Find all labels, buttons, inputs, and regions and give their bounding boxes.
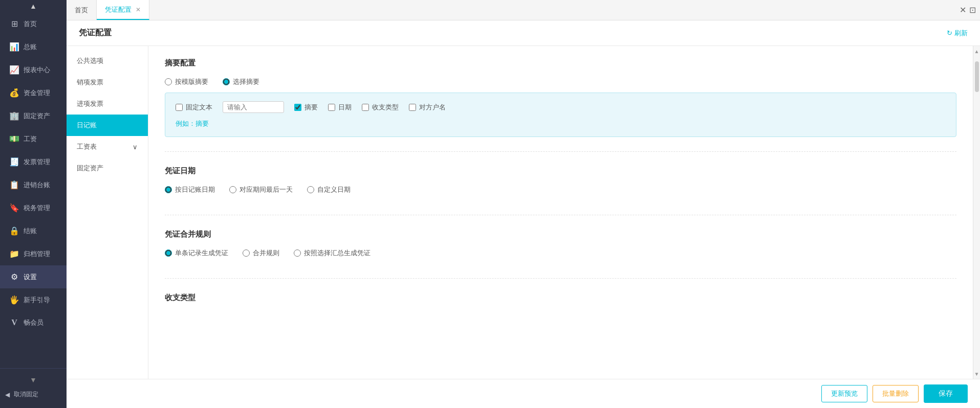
scrollbar-down-arrow[interactable]: ▼ [973, 369, 981, 379]
tab-close-icon[interactable]: ✕ [136, 6, 141, 13]
summary-checkbox-group: 固定文本 摘要 日期 [176, 101, 946, 113]
home-icon: ⊞ [9, 19, 19, 29]
sidebar-scroll-up[interactable]: ▲ [0, 0, 67, 12]
checkbox-date[interactable]: 日期 [328, 103, 352, 112]
chevron-down-icon: ∨ [133, 143, 138, 151]
sidebar-item-close[interactable]: 🔒 结账 [0, 219, 67, 242]
sidebar-unpin[interactable]: ◀ 取消固定 [0, 386, 67, 403]
sidebar-item-payroll[interactable]: 💵 工资 [0, 127, 67, 150]
example-text: 例如：摘要 [176, 119, 946, 128]
sidebar-item-label: 固定资产 [24, 111, 50, 121]
merge-radio-select-merge[interactable]: 按照选择汇总生成凭证 [294, 248, 371, 258]
sidebar-item-home[interactable]: ⊞ 首页 [0, 12, 67, 35]
summary-checkbox[interactable] [294, 104, 301, 111]
tab-close-window-icon[interactable]: ✕ [960, 5, 966, 15]
date-radio-last-day[interactable]: 对应期间最后一天 [229, 185, 293, 194]
sidebar-item-label: 报表中心 [24, 65, 50, 75]
sidebar-item-label: 畅会员 [24, 318, 43, 327]
sidebar-item-funds[interactable]: 💰 资金管理 [0, 81, 67, 104]
sidebar-item-tax[interactable]: 🔖 税务管理 [0, 196, 67, 219]
checkbox-counterpart[interactable]: 对方户名 [409, 103, 446, 112]
tab-restore-icon[interactable]: ⊡ [969, 5, 976, 15]
sidebar-item-label: 资金管理 [24, 88, 50, 98]
member-icon: V [9, 318, 19, 327]
main-area: 首页 凭证配置 ✕ ✕ ⊡ 凭证配置 ↻ 刷新 公共选项 [67, 0, 980, 408]
merge-radio-rules[interactable]: 合并规则 [243, 248, 279, 258]
left-nav-sales-invoice[interactable]: 销项发票 [67, 72, 148, 93]
tab-voucher-label: 凭证配置 [105, 5, 132, 14]
counterpart-label: 对方户名 [419, 103, 446, 112]
bookkeeping-date-radio[interactable] [165, 186, 172, 193]
sidebar-item-label: 新手引导 [24, 296, 50, 305]
checkbox-summary[interactable]: 摘要 [294, 103, 318, 112]
select-merge-radio[interactable] [294, 250, 301, 257]
tab-voucher-config[interactable]: 凭证配置 ✕ [97, 0, 149, 20]
funds-icon: 💰 [9, 88, 19, 98]
custom-date-label: 自定义日期 [317, 185, 351, 194]
date-radio-bookkeeping[interactable]: 按日记账日期 [165, 185, 215, 194]
scrollbar-thumb[interactable] [975, 61, 979, 92]
archive-icon: 📁 [9, 249, 19, 259]
sidebar-item-guide[interactable]: 🖐 新手引导 [0, 288, 67, 311]
left-nav-purchase-invoice[interactable]: 进项发票 [67, 93, 148, 115]
scrollbar-up-arrow[interactable]: ▲ [973, 46, 981, 56]
date-radio-custom[interactable]: 自定义日期 [307, 185, 351, 194]
sidebar-item-settings[interactable]: ⚙ 设置 [0, 265, 67, 288]
checkbox-income-type[interactable]: 收支类型 [362, 103, 399, 112]
left-nav-fixed-assets[interactable]: 固定资产 [67, 157, 148, 179]
sidebar-item-invoice-mgmt[interactable]: 🧾 发票管理 [0, 150, 67, 173]
summary-label: 摘要 [304, 103, 318, 112]
left-nav-public-label: 公共选项 [77, 56, 103, 65]
merge-rules-label: 合并规则 [253, 248, 279, 258]
left-nav-fixed-assets-label: 固定资产 [77, 164, 103, 173]
left-nav-payroll-table[interactable]: 工资表 ∨ [67, 136, 148, 157]
sidebar-item-assets[interactable]: 🏢 固定资产 [0, 104, 67, 127]
income-type-label: 收支类型 [372, 103, 399, 112]
batch-delete-button[interactable]: 批量删除 [873, 385, 919, 402]
last-day-radio[interactable] [229, 186, 236, 193]
summary-radio-template[interactable]: 按模版摘要 [165, 77, 208, 86]
merge-section: 凭证合并规则 单条记录生成凭证 合并规则 按照选择汇总生成凭证 [165, 230, 956, 279]
sidebar-item-archive[interactable]: 📁 归档管理 [0, 242, 67, 265]
settings-icon: ⚙ [9, 272, 19, 282]
body-area: 公共选项 销项发票 进项发票 日记账 工资表 ∨ 固定资产 [67, 46, 980, 379]
checkbox-fixed-text[interactable]: 固定文本 [176, 103, 212, 112]
sidebar-item-sales-ledger[interactable]: 📋 进销台账 [0, 173, 67, 196]
custom-date-radio[interactable] [307, 186, 314, 193]
sidebar-item-member[interactable]: V 畅会员 [0, 311, 67, 334]
fixed-text-label: 固定文本 [186, 103, 212, 112]
ledger-icon: 📊 [9, 42, 19, 52]
counterpart-checkbox[interactable] [409, 104, 416, 111]
left-nav-public[interactable]: 公共选项 [67, 50, 148, 72]
tab-bar: 首页 凭证配置 ✕ ✕ ⊡ [67, 0, 980, 20]
sidebar-item-ledger[interactable]: 📊 总账 [0, 35, 67, 58]
save-button[interactable]: 保存 [924, 384, 968, 403]
merge-radio-single[interactable]: 单条记录生成凭证 [165, 248, 228, 258]
unpin-label: 取消固定 [14, 390, 38, 399]
right-scrollbar: ▲ ▼ [973, 46, 980, 379]
summary-template-radio[interactable] [165, 78, 172, 85]
date-checkbox[interactable] [328, 104, 335, 111]
sidebar-item-reports[interactable]: 📈 报表中心 [0, 58, 67, 81]
content-area: 凭证配置 ↻ 刷新 公共选项 销项发票 进项发票 日记账 [67, 20, 980, 408]
refresh-button[interactable]: ↻ 刷新 [947, 29, 968, 38]
tab-home[interactable]: 首页 [67, 0, 97, 20]
single-record-radio[interactable] [165, 250, 172, 257]
left-nav: 公共选项 销项发票 进项发票 日记账 工资表 ∨ 固定资产 [67, 46, 148, 379]
assets-icon: 🏢 [9, 111, 19, 121]
summary-section: 摘要配置 按模版摘要 选择摘要 [165, 58, 956, 152]
sidebar-scroll-down[interactable]: ▼ [0, 374, 67, 386]
update-preview-button[interactable]: 更新预览 [821, 385, 867, 402]
invoice-mgmt-icon: 🧾 [9, 157, 19, 167]
income-type-section: 收支类型 [165, 293, 956, 326]
sidebar-item-label: 进销台账 [24, 180, 50, 190]
fixed-text-checkbox[interactable] [176, 104, 183, 111]
income-type-checkbox[interactable] [362, 104, 369, 111]
summary-radio-select[interactable]: 选择摘要 [223, 77, 259, 86]
date-section-title: 凭证日期 [165, 166, 956, 176]
left-nav-journal[interactable]: 日记账 [67, 115, 148, 136]
summary-select-radio[interactable] [223, 78, 230, 85]
fixed-text-input[interactable] [223, 101, 284, 113]
page-header: 凭证配置 ↻ 刷新 [67, 20, 980, 46]
merge-rules-radio[interactable] [243, 250, 250, 257]
